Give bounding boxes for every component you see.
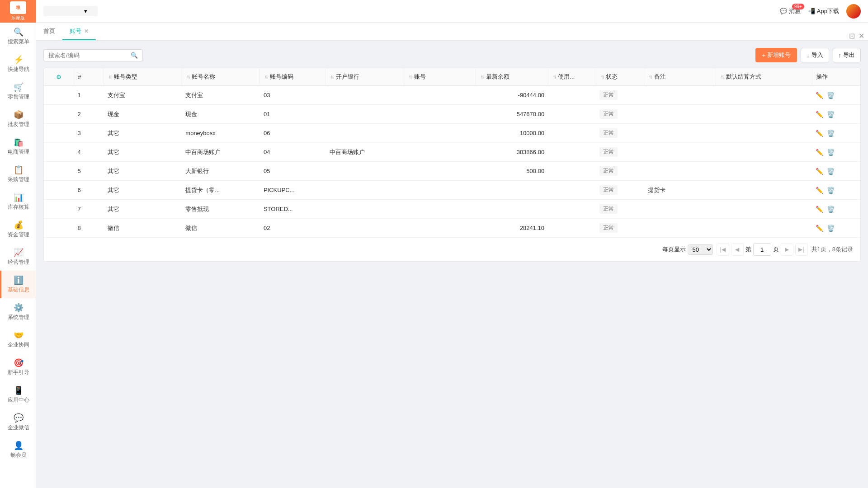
sidebar-item-app-center[interactable]: 📱 应用中心 xyxy=(0,381,36,408)
topbar-search-input[interactable] xyxy=(48,8,84,14)
first-page-button[interactable]: |◀ xyxy=(717,243,729,256)
cell-checkbox xyxy=(44,219,74,238)
search-input[interactable] xyxy=(48,52,128,59)
cell-code: 03 xyxy=(260,86,326,105)
page-size-selector[interactable]: 每页显示 50 100 xyxy=(662,244,713,255)
tab-close-icon[interactable]: ✕ xyxy=(859,32,864,40)
edit-icon[interactable]: ✏️ xyxy=(816,149,823,156)
app-icon: 📲 xyxy=(808,8,815,14)
sidebar-item-operations[interactable]: 📈 经营管理 xyxy=(0,243,36,271)
edit-icon[interactable]: ✏️ xyxy=(816,187,823,194)
sidebar-item-ecommerce[interactable]: 🛍️ 电商管理 xyxy=(0,133,36,160)
cell-type: 支付宝 xyxy=(104,86,182,105)
sidebar-item-system[interactable]: ⚙️ 系统管理 xyxy=(0,298,36,326)
delete-icon[interactable]: 🗑️ xyxy=(827,206,835,213)
th-type[interactable]: ⇅ 账号类型 xyxy=(104,68,182,86)
page-number-input[interactable] xyxy=(753,243,771,256)
delete-icon[interactable]: 🗑️ xyxy=(827,187,835,194)
search-box[interactable]: 🔍 xyxy=(43,49,143,61)
cell-type: 其它 xyxy=(104,143,182,162)
cell-status: 正常 xyxy=(596,86,644,105)
tab-account[interactable]: 账号 ✕ xyxy=(62,23,96,40)
cell-code: 01 xyxy=(260,105,326,124)
sidebar-item-inventory[interactable]: 📊 库存核算 xyxy=(0,188,36,216)
delete-icon[interactable]: 🗑️ xyxy=(827,225,835,232)
th-account[interactable]: ⇅ 账号 xyxy=(404,68,476,86)
cell-remark: 提货卡 xyxy=(644,181,716,200)
th-name[interactable]: ⇅ 账号名称 xyxy=(182,68,260,86)
tabbar: 首页 账号 ✕ ⊡ ✕ xyxy=(36,23,868,41)
cell-default-settle xyxy=(716,162,812,181)
cell-default-settle xyxy=(716,181,812,200)
prev-page-button[interactable]: ◀ xyxy=(731,243,744,256)
cell-name: moneybosx xyxy=(182,124,260,143)
sidebar-item-wholesale[interactable]: 📦 批发管理 xyxy=(0,105,36,133)
th-settings[interactable]: ⚙ xyxy=(44,68,74,86)
sidebar-item-wechat[interactable]: 💬 企业微信 xyxy=(0,408,36,436)
app-download-button[interactable]: 📲 App下载 xyxy=(808,7,839,15)
operations-icon: 📈 xyxy=(14,248,24,258)
tab-home[interactable]: 首页 xyxy=(36,23,62,40)
cell-type: 现金 xyxy=(104,105,182,124)
cell-use xyxy=(548,105,596,124)
cell-status: 正常 xyxy=(596,124,644,143)
cell-balance: 10000.00 xyxy=(476,124,548,143)
cell-num: 4 xyxy=(74,143,104,162)
topbar-search[interactable]: ▾ xyxy=(43,6,98,16)
cell-bank xyxy=(326,200,404,219)
edit-icon[interactable]: ✏️ xyxy=(816,92,823,99)
export-button[interactable]: ↑ 导出 xyxy=(833,48,861,62)
next-page-button[interactable]: ▶ xyxy=(781,243,793,256)
sidebar-item-search-menu[interactable]: 🔍 搜索菜单 xyxy=(0,23,36,50)
delete-icon[interactable]: 🗑️ xyxy=(827,92,835,99)
sidebar-item-enterprise[interactable]: 🤝 企业协同 xyxy=(0,326,36,353)
page-content: 🔍 + 新增账号 ↓ 导入 ↑ 导出 xyxy=(36,41,868,488)
cell-use xyxy=(548,181,596,200)
sidebar-item-member[interactable]: 👤 畅会员 xyxy=(0,436,36,464)
th-remark[interactable]: ⇅ 备注 xyxy=(644,68,716,86)
message-button[interactable]: 💬 消息 99+ xyxy=(780,7,801,15)
th-num: # xyxy=(74,68,104,86)
tab-minimize-icon[interactable]: ⊡ xyxy=(849,32,855,40)
sidebar-item-purchase[interactable]: 📋 采购管理 xyxy=(0,160,36,188)
wholesale-icon: 📦 xyxy=(14,110,24,120)
th-bank[interactable]: ⇅ 开户银行 xyxy=(326,68,404,86)
app-center-icon: 📱 xyxy=(14,385,24,395)
page-size-select[interactable]: 50 100 xyxy=(688,244,713,255)
import-button[interactable]: ↓ 导入 xyxy=(801,48,829,62)
user-avatar[interactable] xyxy=(846,4,861,19)
th-default-settle[interactable]: ⇅ 默认结算方式 xyxy=(716,68,812,86)
sidebar-item-basic-info[interactable]: ℹ️ 基础信息 xyxy=(0,271,36,298)
th-status[interactable]: ⇅ 状态 xyxy=(596,68,644,86)
th-action: 操作 xyxy=(812,68,860,86)
edit-icon[interactable]: ✏️ xyxy=(816,168,823,175)
cell-action: ✏️ 🗑️ xyxy=(812,181,860,200)
sidebar-item-finance[interactable]: 💰 资金管理 xyxy=(0,216,36,243)
sidebar-item-guide[interactable]: 🎯 新手引导 xyxy=(0,353,36,381)
sidebar-item-quick-nav[interactable]: ⚡ 快捷导航 xyxy=(0,50,36,78)
cell-action: ✏️ 🗑️ xyxy=(812,124,860,143)
delete-icon[interactable]: 🗑️ xyxy=(827,130,835,137)
cell-default-settle xyxy=(716,124,812,143)
th-balance[interactable]: ⇅ 最新余额 xyxy=(476,68,548,86)
add-account-button[interactable]: + 新增账号 xyxy=(755,48,797,62)
cell-remark xyxy=(644,219,716,238)
edit-icon[interactable]: ✏️ xyxy=(816,130,823,137)
retail-icon: 🛒 xyxy=(14,82,24,92)
edit-icon[interactable]: ✏️ xyxy=(816,206,823,213)
cell-name: 零售抵现 xyxy=(182,200,260,219)
delete-icon[interactable]: 🗑️ xyxy=(827,111,835,118)
cell-type: 其它 xyxy=(104,200,182,219)
th-code[interactable]: ⇅ 账号编码 xyxy=(260,68,326,86)
th-use[interactable]: ⇅ 使用... xyxy=(548,68,596,86)
edit-icon[interactable]: ✏️ xyxy=(816,225,823,232)
cell-name: 支付宝 xyxy=(182,86,260,105)
page-label: 页 xyxy=(773,245,779,253)
delete-icon[interactable]: 🗑️ xyxy=(827,149,835,156)
delete-icon[interactable]: 🗑️ xyxy=(827,168,835,175)
edit-icon[interactable]: ✏️ xyxy=(816,111,823,118)
tab-account-close[interactable]: ✕ xyxy=(84,28,89,34)
last-page-button[interactable]: ▶| xyxy=(795,243,808,256)
sidebar-item-retail[interactable]: 🛒 零售管理 xyxy=(0,78,36,105)
table-row: 7 其它 零售抵现 STORED... 正常 ✏️ 🗑️ xyxy=(44,200,860,219)
